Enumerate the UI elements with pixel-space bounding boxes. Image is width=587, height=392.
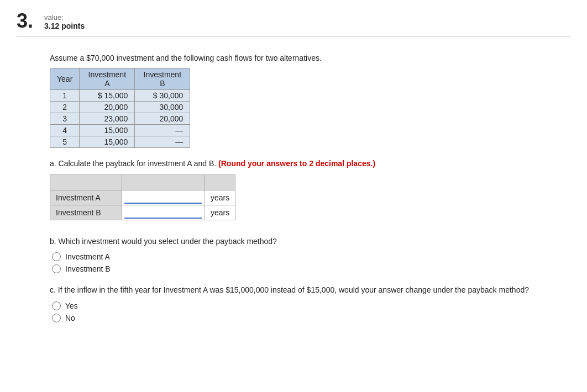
radio-inv-b-label: Investment B [65,264,111,273]
answer-header-unit [205,175,235,190]
radio-inv-a[interactable] [52,252,61,261]
cell-inv-a: 15,000 [80,136,135,148]
investment-b-input[interactable] [124,206,202,219]
cell-inv-a: $ 15,000 [80,90,135,102]
question-header: 3. value: 3.12 points [17,11,570,37]
cell-year: 4 [50,125,80,136]
table-row: 220,00030,000 [50,102,190,113]
part-b-label: b. Which investment would you select und… [50,237,570,246]
table-row: 323,00020,000 [50,113,190,125]
cell-year: 5 [50,136,80,148]
radio-inv-b[interactable] [52,264,61,273]
cell-inv-b: — [135,125,190,136]
radio-no-label: No [65,314,75,322]
answer-header-input [122,175,205,190]
cell-inv-b: 30,000 [135,102,190,113]
answer-row-a-unit: years [205,190,235,205]
cell-inv-a: 15,000 [80,125,135,136]
radio-item-no[interactable]: No [52,314,570,322]
cell-year: 2 [50,102,80,113]
question-value: value: 3.12 points [44,11,85,30]
col-header-year: Year [50,68,80,90]
answer-row-a-label: Investment A [50,190,122,205]
part-a-text: a. Calculate the payback for investment … [50,159,216,168]
intro-text: Assume a $70,000 investment and the foll… [50,54,570,62]
cell-inv-b: 20,000 [135,113,190,125]
question-content: Assume a $70,000 investment and the foll… [17,54,570,322]
investment-a-input[interactable] [124,192,202,204]
radio-item-inv-b[interactable]: Investment B [52,264,570,273]
radio-inv-a-label: Investment A [65,252,110,261]
answer-row-b-input-cell [122,205,205,220]
cell-inv-b: $ 30,000 [135,90,190,102]
part-c-text: c. If the inflow in the fifth year for I… [50,284,570,296]
points-value: 3.12 points [44,22,85,30]
part-a-label: a. Calculate the payback for investment … [50,159,570,168]
radio-item-inv-a[interactable]: Investment A [52,252,570,261]
answer-row-b-label: Investment B [50,205,122,220]
cell-inv-b: — [135,136,190,148]
radio-yes-label: Yes [65,301,78,310]
radio-no[interactable] [52,314,61,322]
table-row: 1$ 15,000$ 30,000 [50,90,190,102]
cell-year: 3 [50,113,80,125]
value-label: value: [44,13,85,22]
radio-yes[interactable] [52,301,61,310]
answer-row-b-unit: years [205,205,235,220]
cash-flow-table: Year Investment A Investment B 1$ 15,000… [50,68,190,148]
cell-year: 1 [50,90,80,102]
answer-table: Investment A years Investment B years [50,174,235,220]
col-header-inv-a: Investment A [80,68,135,90]
col-header-inv-b: Investment B [135,68,190,90]
cell-inv-a: 23,000 [80,113,135,125]
table-row: 415,000— [50,125,190,136]
answer-header-label [50,175,122,190]
table-row: 515,000— [50,136,190,148]
part-b-radio-group: Investment A Investment B [52,252,570,273]
part-c-radio-group: Yes No [52,301,570,322]
cell-inv-a: 20,000 [80,102,135,113]
answer-row-a-input-cell [122,190,205,205]
radio-item-yes[interactable]: Yes [52,301,570,310]
part-a-highlight: (Round your answers to 2 decimal places.… [218,159,375,168]
question-number: 3. [17,11,33,31]
